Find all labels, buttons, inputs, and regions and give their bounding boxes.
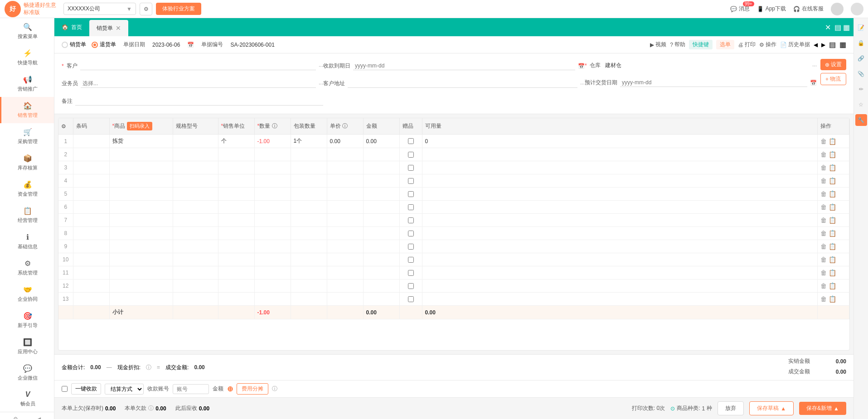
add-payment-button[interactable]: ⊕ bbox=[227, 385, 233, 393]
row-price[interactable]: 0.00 bbox=[327, 135, 363, 148]
sidebar-item-wecom[interactable]: 💬 企业微信 bbox=[0, 360, 54, 386]
due-date-input[interactable] bbox=[353, 62, 575, 70]
tab-sales-order[interactable]: 销货单 ✕ bbox=[89, 20, 128, 36]
tab-close-all-icon[interactable]: ✕ bbox=[825, 23, 831, 32]
tab-close-icon[interactable]: ✕ bbox=[116, 24, 121, 32]
message-button[interactable]: 💬 消息 99+ bbox=[730, 5, 750, 13]
nav-prev-icon[interactable]: ◀ bbox=[814, 42, 818, 48]
history-btn[interactable]: 📄 历史单据 bbox=[780, 41, 810, 48]
gift-checkbox[interactable] bbox=[408, 165, 414, 171]
copy-row-icon[interactable]: 📋 bbox=[829, 217, 836, 224]
help-btn[interactable]: ? 帮助 bbox=[670, 41, 685, 48]
col-settings[interactable]: ⚙ bbox=[58, 118, 73, 135]
sidebar-item-system[interactable]: ⚙ 系统管理 bbox=[0, 255, 54, 281]
sidebar-item-search[interactable]: 🔍 搜索菜单 bbox=[0, 18, 54, 44]
salesperson-dots-icon[interactable]: ··· bbox=[319, 81, 323, 87]
sidebar-item-purchase[interactable]: 🛒 采购管理 bbox=[0, 123, 54, 149]
row-product[interactable]: 拣货 bbox=[109, 135, 173, 148]
row-amount[interactable]: 0.00 bbox=[363, 135, 399, 148]
copy-row-icon[interactable]: 📋 bbox=[829, 230, 836, 237]
copy-row-icon[interactable]: 📋 bbox=[829, 282, 836, 289]
copy-row-icon[interactable]: 📋 bbox=[829, 269, 836, 276]
customer-input[interactable] bbox=[80, 62, 316, 70]
video-btn[interactable]: ▶ 视频 bbox=[650, 41, 666, 48]
copy-row-icon[interactable]: 📋 bbox=[829, 138, 836, 145]
row-unit[interactable]: 个 bbox=[218, 135, 254, 148]
row-barcode[interactable] bbox=[73, 135, 109, 148]
sidebar-item-quick-nav[interactable]: ⚡ 快捷导航 bbox=[0, 44, 54, 71]
app-download-button[interactable]: 📱 App下载 bbox=[757, 5, 786, 13]
copy-row-icon[interactable]: 📋 bbox=[829, 203, 836, 211]
copy-row-icon[interactable]: 📋 bbox=[829, 177, 836, 184]
logistics-button[interactable]: + 物流 bbox=[820, 73, 846, 85]
delete-row-icon[interactable]: 🗑 bbox=[820, 269, 827, 276]
customer-dots-icon[interactable]: ··· bbox=[319, 63, 323, 69]
delete-row-icon[interactable]: 🗑 bbox=[820, 164, 827, 171]
grid-view-icon[interactable]: ▦ bbox=[839, 40, 846, 49]
sidebar-item-operations[interactable]: 📋 经营管理 bbox=[0, 202, 54, 228]
calendar-icon[interactable]: 📅 bbox=[187, 42, 194, 48]
right-sidebar-icon-3[interactable]: 🔗 bbox=[855, 53, 867, 64]
right-sidebar-icon-4[interactable]: 📎 bbox=[855, 68, 867, 80]
gift-checkbox[interactable] bbox=[408, 178, 414, 184]
copy-row-icon[interactable]: 📋 bbox=[829, 190, 836, 197]
expense-split-button[interactable]: 费用分摊 bbox=[237, 383, 268, 395]
right-sidebar-icon-6[interactable]: ☆ bbox=[855, 99, 867, 111]
radio-return-order[interactable]: 退货单 bbox=[92, 41, 116, 48]
row-spec[interactable] bbox=[173, 135, 218, 148]
select-btn[interactable]: 选单 bbox=[716, 40, 734, 49]
sidebar-item-inventory[interactable]: 📦 库存核算 bbox=[0, 149, 54, 176]
sidebar-item-marketing[interactable]: 📢 营销推广 bbox=[0, 71, 54, 97]
delete-row-icon[interactable]: 🗑 bbox=[820, 190, 827, 197]
delete-row-icon[interactable]: 🗑 bbox=[820, 151, 827, 158]
gift-checkbox[interactable] bbox=[408, 270, 414, 276]
copy-row-icon[interactable]: 📋 bbox=[829, 243, 836, 250]
calc-method-select[interactable]: 结算方式 bbox=[105, 384, 144, 395]
tab-home[interactable]: 🏠 首页 bbox=[54, 18, 89, 36]
gift-checkbox[interactable] bbox=[408, 231, 414, 236]
delete-row-icon[interactable]: 🗑 bbox=[820, 230, 827, 237]
right-sidebar-icon-2[interactable]: 🔒 bbox=[855, 37, 867, 49]
right-sidebar-icon-5[interactable]: ✏ bbox=[855, 83, 867, 95]
sidebar-gear-icon[interactable]: ⚙ bbox=[13, 416, 18, 419]
delete-row-icon[interactable]: 🗑 bbox=[820, 177, 827, 184]
gift-checkbox[interactable] bbox=[408, 217, 414, 223]
one-click-payment-button[interactable]: 一键收款 bbox=[71, 383, 101, 395]
settings-gear-button[interactable]: ⚙ bbox=[140, 3, 152, 15]
gift-checkbox[interactable] bbox=[408, 257, 414, 263]
nav-next-icon[interactable]: ▶ bbox=[821, 42, 825, 48]
gift-checkbox[interactable] bbox=[408, 152, 414, 158]
sidebar-item-collaboration[interactable]: 🤝 企业协同 bbox=[0, 281, 54, 307]
note-input[interactable] bbox=[75, 97, 323, 106]
online-service-button[interactable]: 🎧 在线客服 bbox=[793, 5, 824, 13]
account-input[interactable] bbox=[173, 384, 209, 394]
settings-button[interactable]: ⊕ 设置 bbox=[820, 59, 846, 70]
print-btn[interactable]: 🖨 打印 bbox=[738, 41, 756, 48]
warehouse-dots-icon[interactable]: ··· bbox=[812, 63, 817, 69]
customer-address-input[interactable] bbox=[348, 79, 577, 88]
expected-date-input[interactable] bbox=[620, 78, 807, 87]
row-pack-qty[interactable]: 1个 bbox=[291, 135, 327, 148]
discard-button[interactable]: 放弃 bbox=[718, 401, 744, 415]
sidebar-item-sales[interactable]: 🏠 销售管理 bbox=[0, 97, 54, 123]
tab-layout-icon1[interactable]: ▤ bbox=[834, 23, 841, 32]
save-new-button[interactable]: 保存&新增 ▲ bbox=[799, 402, 846, 415]
delete-row-icon[interactable]: 🗑 bbox=[820, 243, 827, 250]
row-qty[interactable]: -1.00 bbox=[254, 135, 291, 148]
copy-row-icon[interactable]: 📋 bbox=[829, 151, 836, 158]
sidebar-item-member[interactable]: V 畅会员 bbox=[0, 386, 54, 412]
salesperson-input[interactable] bbox=[81, 79, 316, 88]
copy-row-icon[interactable]: 📋 bbox=[829, 256, 836, 263]
operation-btn[interactable]: ⚙ 操作 bbox=[759, 41, 776, 48]
list-view-icon[interactable]: ▤ bbox=[829, 40, 836, 49]
sidebar-item-finance[interactable]: 💰 资金管理 bbox=[0, 176, 54, 202]
save-draft-button[interactable]: 保存草稿 ▲ bbox=[749, 401, 794, 415]
radio-sales-order[interactable]: 销货单 bbox=[62, 41, 86, 48]
delete-row-icon[interactable]: 🗑 bbox=[820, 256, 827, 263]
sidebar-item-basic-info[interactable]: ℹ 基础信息 bbox=[0, 228, 54, 255]
trial-button[interactable]: 体验行业方案 bbox=[156, 3, 201, 15]
scan-btn[interactable]: 扫码录入 bbox=[127, 122, 152, 130]
due-date-calendar-icon[interactable]: 📅 bbox=[578, 63, 585, 69]
shortcut-btn[interactable]: 快捷键 bbox=[689, 40, 713, 49]
sidebar-item-appstore[interactable]: 🔲 应用中心 bbox=[0, 333, 54, 360]
